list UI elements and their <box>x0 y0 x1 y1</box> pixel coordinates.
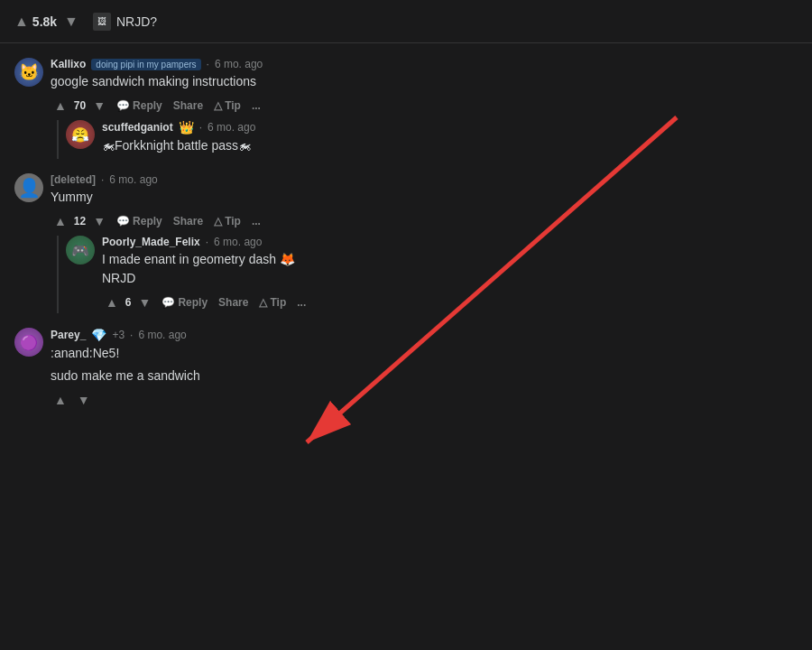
vote-count-poorly: 6 <box>125 296 132 309</box>
vote-count-kallixo: 70 <box>74 99 86 112</box>
more-button-deleted[interactable]: ... <box>248 211 264 231</box>
comment-text-part2: 🦊 <box>276 252 295 266</box>
share-button-poorly[interactable]: Share <box>215 292 252 312</box>
reply-icon: 💬 <box>161 296 175 309</box>
reply-icon: 💬 <box>116 99 130 112</box>
upvote-comment-deleted[interactable]: ▲ <box>51 210 70 232</box>
comment-time-scuffedganiot: 6 mo. ago <box>208 121 255 134</box>
comment-author-parey[interactable]: Parey_ <box>51 329 86 341</box>
comment-meta-scuffedganiot: scuffedganiot 👑 · 6 mo. ago <box>102 120 798 135</box>
downvote-comment-poorly[interactable]: ▼ <box>135 292 155 313</box>
reply-button-kallixo[interactable]: 💬 Reply <box>113 96 166 116</box>
comment-deleted: 👤 [deleted] · 6 mo. ago Yummy ▲ 12 ▼ <box>14 173 798 232</box>
downvote-icon: ▼ <box>93 214 106 228</box>
downvote-icon: ▼ <box>139 295 152 310</box>
comment-text-highlight: ant in geometry dash <box>158 252 276 266</box>
comment-text-deleted: Yummy <box>51 188 798 207</box>
post-title-bar: 🖼 NRJD? <box>93 13 157 31</box>
parey-plus-count: +3 <box>112 329 125 341</box>
upvote-comment-parey[interactable]: ▲ <box>51 389 70 411</box>
comment-text-nrjd: NRJD <box>102 271 135 285</box>
more-button-kallixo[interactable]: ... <box>248 96 264 116</box>
comments-area: 🐱 Kallixo doing pipi in my pampers · 6 m… <box>0 43 812 650</box>
comment-thread-1: 🐱 Kallixo doing pipi in my pampers · 6 m… <box>0 51 812 159</box>
scuffedganiot-badge: 👑 <box>179 120 194 135</box>
parey-badge: 💎 <box>91 328 106 342</box>
upvote-comment-poorly[interactable]: ▲ <box>102 292 122 313</box>
post-type-icon: 🖼 <box>93 13 111 31</box>
upvote-icon: ▲ <box>54 393 67 407</box>
comment-body-parey: Parey_ 💎 +3 · 6 mo. ago :anand:Ne5! sudo… <box>51 328 798 411</box>
comment-body-poorly-made: Poorly_Made_Felix · 6 mo. ago I made ena… <box>102 236 798 313</box>
thread-line-1[interactable] <box>57 120 59 159</box>
tip-icon: △ <box>214 99 222 112</box>
comment-meta-deleted: [deleted] · 6 mo. ago <box>51 173 798 186</box>
downvote-comment-kallixo[interactable]: ▼ <box>89 95 109 116</box>
avatar-deleted: 👤 <box>14 173 43 202</box>
comment-text-parey-1: :anand:Ne5! <box>51 344 798 363</box>
downvote-comment-deleted[interactable]: ▼ <box>89 210 109 232</box>
reply-button-deleted[interactable]: 💬 Reply <box>113 211 166 231</box>
comment-meta-poorly-made: Poorly_Made_Felix · 6 mo. ago <box>102 236 798 248</box>
comment-time-kallixo: 6 mo. ago <box>215 58 263 70</box>
avatar-poorly-made: 🎮 <box>66 236 95 265</box>
comment-text-parey-2: sudo make me a sandwich <box>51 367 798 385</box>
comment-kallixo: 🐱 Kallixo doing pipi in my pampers · 6 m… <box>14 58 798 116</box>
vote-score: 5.8k <box>32 14 57 29</box>
comment-author-scuffedganiot[interactable]: scuffedganiot <box>102 121 173 134</box>
vote-count-deleted: 12 <box>74 215 86 228</box>
comment-body-scuffedganiot: scuffedganiot 👑 · 6 mo. ago 🏍Forkknight … <box>102 120 798 159</box>
comment-body-kallixo: Kallixo doing pipi in my pampers · 6 mo.… <box>51 58 798 116</box>
reply-poorly-made: 🎮 Poorly_Made_Felix · 6 mo. ago I made e… <box>43 236 798 313</box>
upvote-comment-kallixo[interactable]: ▲ <box>51 95 70 116</box>
upvote-icon: ▲ <box>54 214 67 228</box>
reply-scuffedganiot: 😤 scuffedganiot 👑 · 6 mo. ago 🏍Forkknigh… <box>43 120 798 159</box>
share-button-deleted[interactable]: Share <box>170 211 207 231</box>
avatar-scuffedganiot: 😤 <box>66 120 95 149</box>
comment-meta-kallixo: Kallixo doing pipi in my pampers · 6 mo.… <box>51 58 798 70</box>
upvote-icon: ▲ <box>14 14 29 30</box>
comment-author-poorly-made[interactable]: Poorly_Made_Felix <box>102 236 200 248</box>
comment-time-poorly-made: 6 mo. ago <box>214 236 262 248</box>
reply-button-poorly[interactable]: 💬 Reply <box>158 292 211 312</box>
reply-icon: 💬 <box>116 215 130 228</box>
comment-text-part1: I made en <box>102 252 158 266</box>
comment-text-poorly-made: I made enant in geometry dash 🦊 NRJD <box>102 250 798 288</box>
comment-actions-poorly-made: ▲ 6 ▼ 💬 Reply Share <box>102 292 798 313</box>
post-title[interactable]: NRJD? <box>116 14 157 29</box>
comment-actions-kallixo: ▲ 70 ▼ 💬 Reply Share △ Tip <box>51 95 798 116</box>
comment-author-kallixo[interactable]: Kallixo <box>51 58 86 70</box>
comment-body-deleted: [deleted] · 6 mo. ago Yummy ▲ 12 ▼ 💬 Rep <box>51 173 798 232</box>
upvote-button[interactable]: ▲ 5.8k <box>14 14 57 30</box>
tip-button-poorly[interactable]: △ Tip <box>255 292 290 312</box>
comment-thread-2: 👤 [deleted] · 6 mo. ago Yummy ▲ 12 ▼ <box>0 166 812 313</box>
comment-meta-parey: Parey_ 💎 +3 · 6 mo. ago <box>51 328 798 342</box>
downvote-button[interactable]: ▼ <box>64 14 78 30</box>
avatar-parey: 🟣 <box>14 328 43 357</box>
downvote-icon: ▼ <box>93 98 106 113</box>
more-button-poorly[interactable]: ... <box>293 292 309 312</box>
share-button-kallixo[interactable]: Share <box>170 96 207 116</box>
upvote-icon: ▲ <box>106 295 118 310</box>
top-bar: ▲ 5.8k ▼ 🖼 NRJD? <box>0 0 812 43</box>
comment-actions-deleted: ▲ 12 ▼ 💬 Reply Share △ Tip <box>51 210 798 232</box>
downvote-icon: ▼ <box>64 14 78 30</box>
comment-flair-kallixo: doing pipi in my pampers <box>91 59 200 70</box>
comment-text-scuffedganiot: 🏍Forkknight battle pass🏍 <box>102 136 798 155</box>
comment-time-parey: 6 mo. ago <box>138 329 186 341</box>
comment-thread-3: 🟣 Parey_ 💎 +3 · 6 mo. ago :anand:Ne5! su… <box>0 320 812 411</box>
downvote-icon: ▼ <box>78 393 90 407</box>
comment-text-kallixo: google sandwich making instructions <box>51 72 798 91</box>
avatar-kallixo: 🐱 <box>14 58 43 87</box>
comment-author-deleted: [deleted] <box>51 173 96 186</box>
tip-icon: △ <box>259 296 267 309</box>
downvote-comment-parey[interactable]: ▼ <box>74 389 94 411</box>
tip-icon: △ <box>214 215 222 228</box>
comment-actions-parey: ▲ ▼ <box>51 389 798 411</box>
tip-button-deleted[interactable]: △ Tip <box>210 211 245 231</box>
tip-button-kallixo[interactable]: △ Tip <box>210 96 245 116</box>
comment-time-deleted: 6 mo. ago <box>109 173 157 186</box>
thread-line-2[interactable] <box>57 236 59 313</box>
comment-parey: 🟣 Parey_ 💎 +3 · 6 mo. ago :anand:Ne5! su… <box>14 328 798 411</box>
upvote-icon: ▲ <box>54 98 67 113</box>
